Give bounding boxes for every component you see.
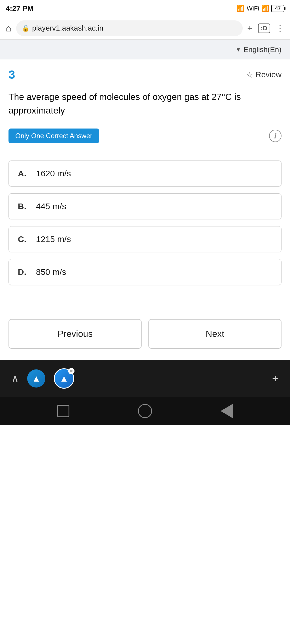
option-b[interactable]: B. 445 m/s	[8, 193, 282, 219]
home-icon[interactable]: ⌂	[6, 23, 12, 34]
option-c[interactable]: C. 1215 m/s	[8, 226, 282, 252]
option-a-text: 1620 m/s	[36, 169, 71, 178]
status-bar: 4:27 PM 📶 WiFi 📶 47	[0, 0, 290, 17]
android-nav-strip	[0, 397, 290, 425]
tab-count[interactable]: :D	[258, 23, 270, 33]
content-spacer	[8, 296, 282, 319]
status-time: 4:27 PM	[6, 4, 33, 13]
option-d-text: 850 m/s	[36, 267, 66, 277]
android-bar-left: ∧ ▲ ▲ ✕	[11, 368, 74, 389]
answer-type-row: Only One Correct Answer i	[8, 129, 282, 143]
android-bottom-bar: ∧ ▲ ▲ ✕ +	[0, 360, 290, 397]
battery-icon: 47	[271, 5, 284, 12]
language-selector[interactable]: ▼ English(En)	[236, 45, 282, 54]
option-d[interactable]: D. 850 m/s	[8, 259, 282, 285]
review-button[interactable]: ☆ Review	[246, 70, 282, 80]
nav-square-button[interactable]	[57, 405, 69, 417]
star-icon: ☆	[246, 70, 253, 80]
more-options-icon[interactable]: ⋮	[276, 23, 284, 33]
url-text: playerv1.aakash.ac.in	[32, 24, 103, 33]
review-label: Review	[255, 70, 282, 79]
signal-icon: 📶	[237, 5, 244, 12]
nav-back-button[interactable]	[221, 404, 233, 418]
android-bar-plus[interactable]: +	[272, 372, 279, 385]
android-app-icon-1[interactable]: ▲	[27, 369, 45, 388]
status-icons: 📶 WiFi 📶 47	[237, 5, 284, 12]
nav-buttons: Previous Next	[8, 319, 282, 360]
android-app-icon-active[interactable]: ▲ ✕	[54, 368, 74, 389]
option-b-text: 445 m/s	[36, 202, 66, 211]
divider	[8, 152, 282, 152]
browser-actions: + :D ⋮	[247, 23, 284, 33]
nav-circle-button[interactable]	[138, 404, 152, 418]
wifi-icon: WiFi	[247, 5, 259, 12]
language-bar: ▼ English(En)	[0, 40, 290, 59]
nav-circle-icon	[138, 404, 152, 418]
chevron-down-icon: ▼	[236, 46, 241, 53]
info-icon[interactable]: i	[269, 130, 282, 142]
question-header: 3 ☆ Review	[8, 68, 282, 82]
wifi-signal-icon: 📶	[261, 5, 269, 12]
aakash-icon: ▲	[32, 373, 41, 384]
option-b-label: B.	[18, 202, 28, 211]
lock-icon: 🔒	[22, 25, 29, 32]
language-label: English(En)	[244, 45, 282, 54]
aakash-active-icon: ▲	[59, 373, 69, 384]
nav-square-icon	[57, 405, 69, 417]
previous-button[interactable]: Previous	[8, 319, 142, 349]
add-tab-icon[interactable]: +	[247, 23, 252, 33]
url-bar[interactable]: 🔒 playerv1.aakash.ac.in	[16, 20, 243, 36]
question-number: 3	[8, 68, 15, 82]
next-button[interactable]: Next	[148, 319, 282, 349]
nav-triangle-icon	[221, 404, 233, 418]
close-badge: ✕	[68, 368, 74, 374]
browser-bar: ⌂ 🔒 playerv1.aakash.ac.in + :D ⋮	[0, 17, 290, 40]
option-c-label: C.	[18, 234, 28, 244]
options-list: A. 1620 m/s B. 445 m/s C. 1215 m/s D. 85…	[8, 161, 282, 285]
answer-type-badge: Only One Correct Answer	[8, 129, 99, 143]
main-content: 3 ☆ Review The average speed of molecule…	[0, 59, 290, 360]
chevron-up-icon[interactable]: ∧	[11, 373, 19, 384]
option-a[interactable]: A. 1620 m/s	[8, 161, 282, 187]
option-a-label: A.	[18, 169, 28, 178]
option-c-text: 1215 m/s	[36, 234, 71, 244]
question-text: The average speed of molecules of oxygen…	[8, 90, 282, 117]
option-d-label: D.	[18, 267, 28, 277]
